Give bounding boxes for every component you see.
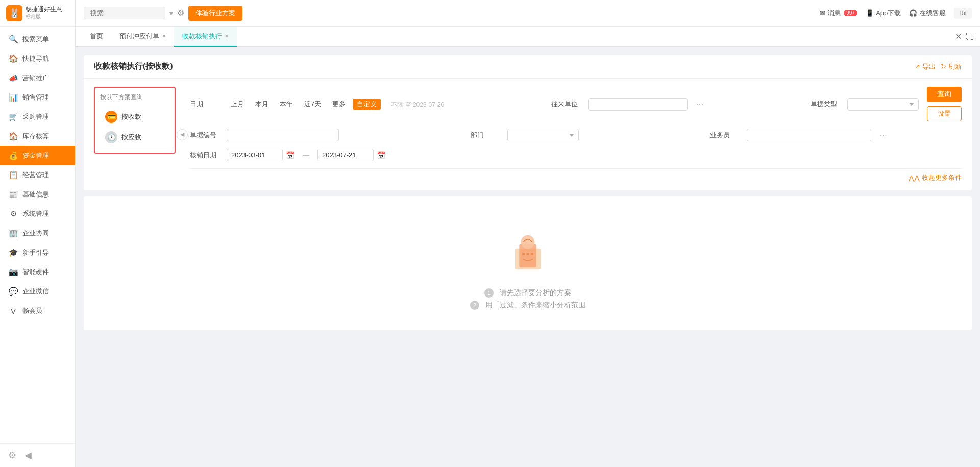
refresh-icon: ↻: [941, 63, 946, 70]
sidebar-item-capital[interactable]: 💰资金管理: [0, 146, 75, 165]
messages-button[interactable]: ✉ 消息 99+: [820, 9, 857, 18]
settings-icon[interactable]: ⚙: [8, 450, 16, 461]
tab-close-receipt-verify[interactable]: ×: [225, 33, 229, 40]
tabbar: 首页预付冲应付单×收款核销执行× ✕ ⛶: [76, 27, 980, 47]
filter-by-receipt-item[interactable]: 💳 按收款: [100, 107, 169, 127]
filter-action-buttons: 查询 设置: [927, 87, 962, 121]
nav-icon-purchase: 🛒: [8, 112, 18, 121]
nav-icon-hardware: 📷: [8, 267, 18, 277]
tab-label-prepay: 预付冲应付单: [119, 32, 159, 41]
date-hint: 不限 至 2023-07-26: [391, 100, 444, 109]
topbar-left: ▾ ⚙ 体验行业方案: [84, 6, 814, 21]
verify-date-start-calendar-icon[interactable]: 📅: [286, 151, 295, 159]
topbar-search-input[interactable]: [84, 7, 165, 19]
message-icon: ✉: [820, 9, 825, 17]
sidebar-item-basic-info[interactable]: 📰基础信息: [0, 185, 75, 204]
nav-label-wechat: 企业微信: [22, 287, 49, 296]
sidebar-item-marketing[interactable]: 📣营销推广: [0, 68, 75, 88]
filter-by-receivable-item[interactable]: 🕐 按应收: [100, 127, 169, 148]
industry-solution-button[interactable]: 体验行业方案: [188, 6, 242, 21]
doctype-label: 单据类型: [811, 100, 839, 109]
topbar-gear-icon[interactable]: ⚙: [177, 8, 184, 18]
more-date-btn[interactable]: 更多: [328, 99, 350, 110]
last-month-btn[interactable]: 上月: [227, 99, 248, 110]
nav-icon-guide: 🎓: [8, 248, 18, 257]
nav-label-system: 系统管理: [22, 209, 49, 218]
logo-text: 畅捷通好生意: [26, 6, 62, 14]
tab-receipt-verify[interactable]: 收款核销执行×: [174, 27, 237, 47]
collapse-filter-button[interactable]: ⋀⋀ 收起更多条件: [909, 173, 962, 182]
nav-label-sales: 销售管理: [22, 93, 49, 102]
receivable-icon: 🕐: [105, 131, 117, 143]
close-tab-icon[interactable]: ✕: [955, 32, 962, 41]
doctype-select[interactable]: [847, 98, 919, 111]
settings-button[interactable]: 设置: [927, 106, 962, 121]
export-button[interactable]: ↗ 导出: [915, 62, 936, 71]
expand-tab-icon[interactable]: ⛶: [966, 32, 974, 41]
counterparty-input[interactable]: [588, 98, 688, 111]
hint-2-number: 2: [470, 301, 479, 310]
nav-label-inventory: 库存核算: [22, 132, 49, 141]
date-filter-label: 日期: [190, 100, 218, 109]
sidebar-item-purchase[interactable]: 🛒采购管理: [0, 107, 75, 127]
sidebar-item-wechat[interactable]: 💬企业微信: [0, 282, 75, 301]
filter-row-3: 核销日期 📅 — 📅: [190, 149, 962, 161]
verify-date-end-input[interactable]: [317, 149, 374, 161]
this-year-btn[interactable]: 本年: [276, 99, 297, 110]
nav-label-guide: 新手引导: [22, 248, 49, 257]
sidebar-nav: 🔍搜索菜单🏠快捷导航📣营销推广📊销售管理🛒采购管理🏠库存核算💰资金管理📋经营管理…: [0, 27, 75, 443]
query-button[interactable]: 查询: [927, 87, 962, 102]
sidebar-item-guide[interactable]: 🎓新手引导: [0, 243, 75, 262]
sidebar-item-system[interactable]: ⚙系统管理: [0, 204, 75, 224]
sidebar-item-inventory[interactable]: 🏠库存核算: [0, 127, 75, 146]
nav-icon-system: ⚙: [8, 209, 18, 218]
tab-home[interactable]: 首页: [82, 27, 111, 47]
online-service-button[interactable]: 🎧 在线客服: [909, 9, 946, 18]
docno-input[interactable]: [227, 129, 339, 141]
messages-badge: 99+: [844, 10, 857, 16]
sidebar-item-operation[interactable]: 📋经营管理: [0, 165, 75, 185]
app-download-button[interactable]: 📱 App下载: [866, 9, 901, 18]
date-range-separator: —: [303, 151, 309, 159]
sidebar-item-vip[interactable]: V畅会员: [0, 301, 75, 321]
sidebar-item-hardware[interactable]: 📷智能硬件: [0, 262, 75, 282]
nav-icon-basic-info: 📰: [8, 190, 18, 199]
hint-1-number: 1: [484, 288, 494, 298]
svg-rect-5: [531, 253, 533, 255]
tab-close-prepay[interactable]: ×: [162, 33, 166, 40]
department-select[interactable]: [507, 129, 579, 141]
left-panel-collapse-icon[interactable]: ◀: [177, 129, 188, 140]
topbar-dropdown-icon[interactable]: ▾: [169, 9, 173, 17]
nav-icon-search-menu: 🔍: [8, 35, 18, 44]
this-month-btn[interactable]: 本月: [251, 99, 273, 110]
nav-label-search-menu: 搜索菜单: [22, 35, 49, 44]
verify-date-start-input[interactable]: [227, 149, 283, 161]
tab-controls: ✕ ⛶: [955, 32, 974, 41]
staff-more-icon[interactable]: ···: [879, 130, 887, 140]
topbar: ▾ ⚙ 体验行业方案 ✉ 消息 99+ 📱 App下载 🎧 在线客服 Rit: [76, 0, 980, 27]
tab-prepay[interactable]: 预付冲应付单×: [111, 27, 174, 47]
sidebar-item-search-menu[interactable]: 🔍搜索菜单: [0, 30, 75, 49]
nav-label-cooperation: 企业协同: [22, 229, 49, 238]
sidebar-item-quick-nav[interactable]: 🏠快捷导航: [0, 49, 75, 68]
nav-icon-operation: 📋: [8, 170, 18, 180]
last-7days-btn[interactable]: 近7天: [300, 99, 325, 110]
department-label: 部门: [471, 131, 499, 140]
verify-date-end-calendar-icon[interactable]: 📅: [377, 151, 385, 159]
nav-label-hardware: 智能硬件: [22, 267, 49, 277]
sidebar-item-cooperation[interactable]: 🏢企业协同: [0, 224, 75, 243]
custom-date-btn[interactable]: 自定义: [353, 99, 381, 110]
staff-input[interactable]: [747, 129, 871, 141]
refresh-button[interactable]: ↻ 刷新: [941, 62, 962, 71]
collapse-sidebar-icon[interactable]: ◀: [24, 450, 32, 461]
counterparty-more-icon[interactable]: ···: [696, 99, 703, 110]
content-area: 收款核销执行(按收款) ↗ 导出 ↻ 刷新 按以下方案查询: [76, 47, 980, 467]
user-profile[interactable]: Rit: [954, 8, 972, 19]
sidebar-item-sales[interactable]: 📊销售管理: [0, 88, 75, 107]
filter-row-1: 日期 上月 本月 本年 近7天 更多 自定义 不限 至 2023-07-26: [190, 87, 962, 121]
empty-hint-1: 1 请先选择要分析的方案: [484, 288, 571, 298]
export-icon: ↗: [915, 63, 920, 70]
nav-icon-capital: 💰: [8, 151, 18, 160]
nav-icon-sales: 📊: [8, 93, 18, 102]
docno-label: 单据编号: [190, 131, 218, 140]
